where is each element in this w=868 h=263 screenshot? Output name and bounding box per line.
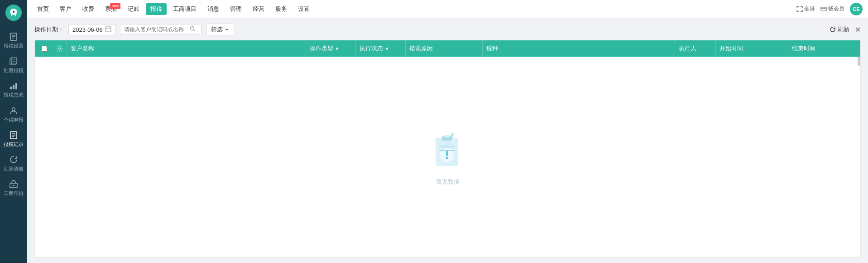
gongshang-nianbao-icon: [9, 179, 19, 189]
sidebar-item-piliang-baoshui-label: 批量报税: [4, 68, 24, 73]
refresh-button[interactable]: 刷新: [830, 25, 849, 34]
th-taxtype-label: 税种: [486, 44, 498, 53]
search-input[interactable]: [124, 26, 187, 33]
table-container: 客户名称 操作类型 ▼ 执行状态 ▼ 错误原因 税种 执行人: [34, 40, 861, 258]
svg-line-25: [194, 30, 195, 31]
select-all-checkbox[interactable]: [41, 46, 47, 52]
sidebar-logo: [5, 5, 22, 21]
baoshui-shezhi-icon: [9, 32, 19, 42]
nav-item-invoice[interactable]: 票据 new: [101, 3, 121, 15]
th-optype-label: 操作类型: [310, 44, 333, 53]
topnav-right: 全屏 畅会员 CE: [796, 3, 863, 15]
th-endtime: 结束时间: [788, 40, 860, 57]
th-optype[interactable]: 操作类型 ▼: [306, 40, 355, 57]
sidebar-item-geshui-shenbao[interactable]: 个税申报: [0, 102, 27, 127]
vip-label: 畅会员: [828, 5, 844, 13]
close-button[interactable]: ✕: [855, 25, 861, 34]
sidebar-item-gongshang-nianbao-label: 工商年报: [4, 190, 24, 196]
nav-item-tax[interactable]: 报税: [146, 3, 167, 15]
piliang-baoshui-icon: [9, 56, 19, 66]
filter-button[interactable]: 筛选: [206, 24, 234, 35]
th-starttime-label: 开始时间: [719, 44, 743, 53]
th-endtime-label: 结束时间: [792, 44, 815, 53]
svg-point-12: [12, 107, 15, 111]
nav-item-operation[interactable]: 经营: [248, 3, 269, 15]
svg-rect-10: [13, 85, 14, 89]
geshui-shenbao-icon: [9, 106, 19, 116]
huisuan-jiaona-icon: [9, 155, 19, 165]
th-taxtype: 税种: [482, 40, 675, 57]
th-client: 客户名称: [67, 40, 306, 57]
th-settings[interactable]: [53, 45, 67, 52]
th-starttime: 开始时间: [715, 40, 788, 57]
empty-state: 暂无数据: [418, 119, 477, 195]
optype-sort-icon: ▼: [335, 46, 340, 51]
sidebar-item-geshui-shenbao-label: 个税申报: [4, 117, 24, 123]
date-value: 2023-06-06: [72, 26, 103, 33]
sidebar-item-baoshui-shezhi[interactable]: 报税设置: [0, 28, 27, 53]
svg-point-0: [13, 11, 14, 13]
sidebar-item-baoshui-shezhi-label: 报税设置: [4, 43, 24, 49]
sidebar-item-baoshui-zonglam-label: 报税总览: [4, 92, 24, 98]
avatar[interactable]: CE: [850, 3, 863, 15]
nav-item-service[interactable]: 服务: [271, 3, 292, 15]
filter-chevron-icon: [225, 26, 229, 33]
calendar-icon: [105, 26, 111, 34]
th-error-label: 错误原因: [409, 44, 433, 53]
table-header: 客户名称 操作类型 ▼ 执行状态 ▼ 错误原因 税种 执行人: [35, 40, 860, 57]
svg-rect-9: [10, 87, 12, 89]
nav-item-client[interactable]: 客户: [55, 3, 76, 15]
th-checkbox[interactable]: [35, 46, 53, 52]
fullscreen-button[interactable]: 全屏: [796, 5, 815, 13]
svg-rect-6: [11, 58, 17, 64]
new-badge: new: [110, 3, 120, 9]
content-area: 操作日期： 2023-06-06: [27, 18, 868, 263]
fullscreen-label: 全屏: [804, 5, 815, 13]
main-area: 首页 客户 收费 票据 new 记账 报税 工商项目 消息 管理 经营 服务 设…: [27, 0, 868, 263]
vip-button[interactable]: 畅会员: [820, 5, 844, 13]
th-error: 错误原因: [405, 40, 482, 57]
table-scrollbar[interactable]: [858, 57, 860, 66]
date-picker[interactable]: 2023-06-06: [68, 24, 115, 35]
svg-rect-11: [15, 83, 17, 89]
nav-item-settings[interactable]: 设置: [293, 3, 314, 15]
table-body: 暂无数据: [35, 57, 860, 257]
nav-item-charge[interactable]: 收费: [78, 3, 99, 15]
th-status-label: 执行状态: [360, 44, 383, 53]
sidebar-item-piliang-baoshui[interactable]: 批量报税: [0, 53, 27, 77]
empty-illustration: [427, 128, 468, 173]
sidebar-item-baoshui-jilu[interactable]: 报税记录: [0, 127, 27, 151]
toolbar: 操作日期： 2023-06-06: [34, 24, 861, 35]
th-executor: 执行人: [675, 40, 715, 57]
filter-label: 筛选: [211, 25, 223, 34]
sidebar-item-baoshui-jilu-label: 报税记录: [4, 141, 24, 147]
nav-item-business[interactable]: 工商项目: [168, 3, 201, 15]
svg-rect-19: [821, 7, 826, 11]
sidebar: 报税设置 批量报税 报税总览: [0, 0, 27, 263]
nav-item-home[interactable]: 首页: [33, 3, 53, 15]
search-input-wrap[interactable]: [120, 24, 201, 35]
date-label: 操作日期：: [34, 25, 64, 34]
nav-item-bookkeeping[interactable]: 记账: [123, 3, 144, 15]
sidebar-item-huisuan-jiaona[interactable]: 汇算清缴: [0, 151, 27, 175]
sidebar-item-baoshui-zonglam[interactable]: 报税总览: [0, 77, 27, 102]
svg-point-26: [59, 48, 61, 49]
refresh-icon: [830, 26, 836, 33]
avatar-text: CE: [853, 6, 859, 12]
th-executor-label: 执行人: [679, 44, 696, 53]
nav-item-message[interactable]: 消息: [203, 3, 224, 15]
sidebar-item-huisuan-jiaona-label: 汇算清缴: [4, 166, 24, 172]
status-sort-icon: ▼: [385, 46, 389, 51]
topnav: 首页 客户 收费 票据 new 记账 报税 工商项目 消息 管理 经营 服务 设…: [27, 0, 868, 18]
svg-rect-34: [446, 151, 448, 156]
svg-point-24: [190, 27, 194, 30]
fullscreen-icon: [796, 6, 803, 12]
svg-rect-32: [444, 135, 450, 138]
svg-rect-20: [106, 27, 111, 32]
toolbar-right: 刷新 ✕: [830, 25, 861, 34]
nav-item-manage[interactable]: 管理: [225, 3, 246, 15]
th-status[interactable]: 执行状态 ▼: [355, 40, 405, 57]
sidebar-item-gongshang-nianbao[interactable]: 工商年报: [0, 175, 27, 200]
baoshui-jilu-icon: [9, 130, 19, 140]
vip-icon: [820, 6, 827, 12]
